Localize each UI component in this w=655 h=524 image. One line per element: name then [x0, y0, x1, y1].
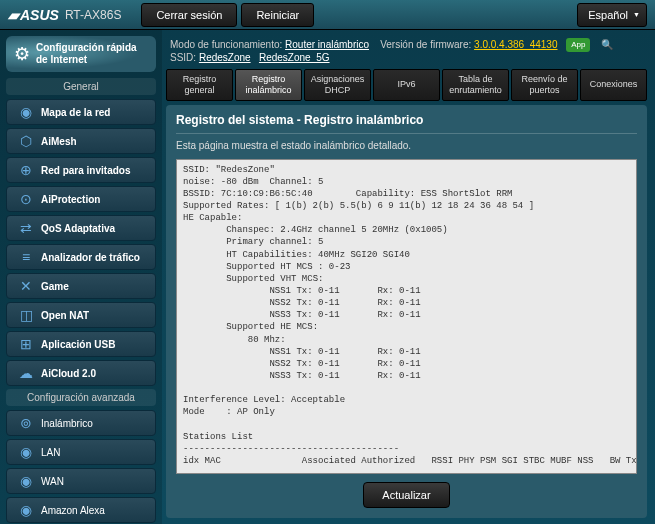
- menu-label: Inalámbrico: [41, 418, 93, 429]
- update-button[interactable]: Actualizar: [363, 482, 449, 508]
- tab-asignaciones-dhcp[interactable]: Asignaciones DHCP: [304, 69, 371, 101]
- sidebar-item-qos-adaptativa[interactable]: ⇄QoS Adaptativa: [6, 215, 156, 241]
- menu-icon: ◉: [15, 444, 37, 460]
- menu-label: LAN: [41, 447, 60, 458]
- menu-label: Mapa de la red: [41, 107, 110, 118]
- info-bar: Modo de funcionamiento: Router inalámbri…: [166, 36, 647, 65]
- panel-title: Registro del sistema - Registro inalámbr…: [176, 113, 637, 134]
- sidebar-item-aimesh[interactable]: ⬡AiMesh: [6, 128, 156, 154]
- menu-icon: ⊚: [15, 415, 37, 431]
- menu-label: AiCloud 2.0: [41, 368, 96, 379]
- firmware-label: Versión de firmware:: [380, 39, 471, 50]
- menu-icon: ⊙: [15, 191, 37, 207]
- sidebar: ⚙ Configuración rápida de Internet Gener…: [0, 30, 162, 524]
- sidebar-header-advanced: Configuración avanzada: [6, 389, 156, 406]
- sidebar-item-aicloud-2.0[interactable]: ☁AiCloud 2.0: [6, 360, 156, 386]
- log-panel: Registro del sistema - Registro inalámbr…: [166, 105, 647, 518]
- menu-icon: ⊞: [15, 336, 37, 352]
- ssid2-link[interactable]: RedesZone_5G: [259, 52, 330, 63]
- tab-registro-inalámbrico[interactable]: Registro inalámbrico: [235, 69, 302, 101]
- mode-value-link[interactable]: Router inalámbrico: [285, 39, 369, 50]
- menu-icon: ⬡: [15, 133, 37, 149]
- sidebar-item-aiprotection[interactable]: ⊙AiProtection: [6, 186, 156, 212]
- tab-tabla-de-enrutamiento[interactable]: Tabla de enrutamiento: [442, 69, 509, 101]
- top-bar: ASUS RT-AX86S Cerrar sesión Reiniciar Es…: [0, 0, 655, 30]
- ssid-label: SSID:: [170, 52, 196, 63]
- ssid1-link[interactable]: RedesZone: [199, 52, 251, 63]
- sidebar-item-red-para-invitados[interactable]: ⊕Red para invitados: [6, 157, 156, 183]
- tab-reenvío-de-puertos[interactable]: Reenvío de puertos: [511, 69, 578, 101]
- menu-label: QoS Adaptativa: [41, 223, 115, 234]
- model-name: RT-AX86S: [65, 8, 121, 22]
- menu-icon: ☁: [15, 365, 37, 381]
- menu-label: Analizador de tráfico: [41, 252, 140, 263]
- sidebar-item-inalámbrico[interactable]: ⊚Inalámbrico: [6, 410, 156, 436]
- menu-icon: ⇄: [15, 220, 37, 236]
- mode-label: Modo de funcionamiento:: [170, 39, 282, 50]
- language-selector[interactable]: Español: [577, 3, 647, 27]
- menu-label: AiMesh: [41, 136, 77, 147]
- menu-label: Aplicación USB: [41, 339, 115, 350]
- brand-logo: ASUS: [8, 7, 59, 23]
- menu-icon: ⊕: [15, 162, 37, 178]
- menu-label: Amazon Alexa: [41, 505, 105, 516]
- quick-internet-setup-button[interactable]: ⚙ Configuración rápida de Internet: [6, 36, 156, 72]
- wireless-log-textarea[interactable]: SSID: "RedesZone" noise: -80 dBm Channel…: [176, 159, 637, 474]
- panel-description: Esta página muestra el estado inalámbric…: [176, 140, 637, 151]
- firmware-link[interactable]: 3.0.0.4.386_44130: [474, 39, 557, 50]
- menu-icon: ◉: [15, 473, 37, 489]
- sidebar-item-lan[interactable]: ◉LAN: [6, 439, 156, 465]
- menu-label: Red para invitados: [41, 165, 130, 176]
- search-icon[interactable]: 🔍: [601, 39, 613, 50]
- sidebar-header-general: General: [6, 78, 156, 95]
- reboot-button[interactable]: Reiniciar: [241, 3, 314, 27]
- tab-bar: Registro generalRegistro inalámbricoAsig…: [166, 69, 647, 101]
- sidebar-item-wan[interactable]: ◉WAN: [6, 468, 156, 494]
- sidebar-item-game[interactable]: ✕Game: [6, 273, 156, 299]
- menu-label: AiProtection: [41, 194, 100, 205]
- app-badge[interactable]: App: [566, 38, 590, 52]
- sidebar-item-aplicación-usb[interactable]: ⊞Aplicación USB: [6, 331, 156, 357]
- sidebar-item-analizador-de-tráfico[interactable]: ≡Analizador de tráfico: [6, 244, 156, 270]
- tab-ipv6[interactable]: IPv6: [373, 69, 440, 101]
- content-area: Modo de funcionamiento: Router inalámbri…: [162, 30, 655, 524]
- sidebar-item-mapa-de-la-red[interactable]: ◉Mapa de la red: [6, 99, 156, 125]
- menu-icon: ◉: [15, 502, 37, 518]
- menu-icon: ◉: [15, 104, 37, 120]
- menu-label: WAN: [41, 476, 64, 487]
- menu-icon: ✕: [15, 278, 37, 294]
- menu-icon: ≡: [15, 249, 37, 265]
- menu-label: Open NAT: [41, 310, 89, 321]
- sidebar-item-amazon-alexa[interactable]: ◉Amazon Alexa: [6, 497, 156, 523]
- tab-registro-general[interactable]: Registro general: [166, 69, 233, 101]
- qis-label: Configuración rápida de Internet: [36, 42, 148, 66]
- tab-conexiones[interactable]: Conexiones: [580, 69, 647, 101]
- menu-icon: ◫: [15, 307, 37, 323]
- logout-button[interactable]: Cerrar sesión: [141, 3, 237, 27]
- qis-icon: ⚙: [14, 43, 30, 65]
- menu-label: Game: [41, 281, 69, 292]
- sidebar-item-open-nat[interactable]: ◫Open NAT: [6, 302, 156, 328]
